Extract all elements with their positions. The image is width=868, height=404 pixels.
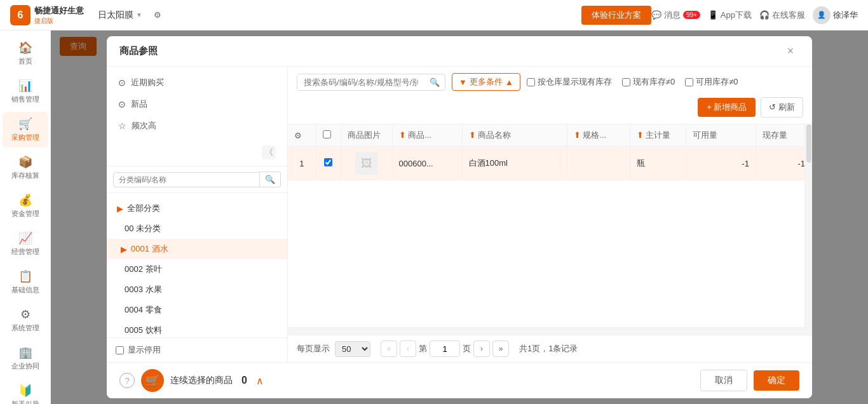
logo: 6 畅捷通好生意 捷启版 bbox=[10, 5, 93, 25]
cancel-button[interactable]: 取消 bbox=[700, 370, 747, 391]
product-image-cell: 🖼 bbox=[341, 147, 392, 180]
avatar: 👤 bbox=[813, 6, 831, 24]
available-nonzero-checkbox[interactable] bbox=[685, 78, 693, 86]
category-item-0005[interactable]: 0005 饮料 bbox=[107, 320, 287, 337]
sidebar-item-purchase[interactable]: 🛒 采购管理 bbox=[3, 112, 48, 147]
col-code-header[interactable]: ⬆ 商品... bbox=[392, 125, 462, 147]
category-item-00[interactable]: 00 未分类 bbox=[107, 219, 287, 239]
sidebar-item-guide[interactable]: 🔰 新手引导 bbox=[3, 379, 48, 404]
modal-title: 商品参照 bbox=[119, 45, 782, 57]
col-name-header[interactable]: ⬆ 商品名称 bbox=[462, 125, 567, 147]
col-img-header: 商品图片 bbox=[341, 125, 392, 147]
quick-link-recent[interactable]: ⊙ 近期购买 bbox=[113, 73, 281, 92]
category-item-0003[interactable]: 0003 水果 bbox=[107, 279, 287, 300]
category-search-input[interactable] bbox=[113, 172, 260, 187]
per-page-label: 每页显示 bbox=[297, 343, 330, 354]
message-icon: 💬 bbox=[651, 10, 661, 20]
collapse-left-panel-button[interactable]: 《 bbox=[262, 145, 276, 159]
sidebar-item-inventory[interactable]: 📦 库存核算 bbox=[3, 150, 48, 185]
star-icon: ☆ bbox=[118, 121, 126, 131]
row-checkbox[interactable] bbox=[324, 158, 332, 166]
pagination-bar: 每页显示 50 10 20 100 « ‹ 第 bbox=[288, 335, 812, 362]
col-check-header bbox=[316, 125, 341, 147]
collapse-cart-button[interactable]: ∧ bbox=[256, 375, 264, 387]
add-product-button[interactable]: + 新增商品 bbox=[698, 98, 756, 117]
purchase-icon: 🛒 bbox=[18, 117, 32, 131]
store-selector[interactable]: 日太阳膜 ▼ bbox=[93, 10, 147, 21]
cart-button[interactable]: 🛒 bbox=[141, 369, 164, 392]
warehouse-filter-checkbox[interactable] bbox=[527, 78, 535, 86]
logo-text: 畅捷通好生意 捷启版 bbox=[34, 5, 84, 25]
new-icon: ⊙ bbox=[118, 99, 126, 109]
category-tree: ▶ 全部分类 00 未分类 ▶ 0001 酒水 0002 茶 bbox=[107, 193, 287, 337]
sidebar-item-home[interactable]: 🏠 首页 bbox=[3, 36, 48, 71]
sidebar-item-finance[interactable]: 💰 资金管理 bbox=[3, 188, 48, 224]
table-row[interactable]: 1 🖼 bbox=[288, 147, 812, 180]
product-stock-cell: -1 bbox=[756, 147, 811, 180]
modal-header: 商品参照 × bbox=[107, 36, 812, 67]
sort-icon: ⬆ bbox=[637, 130, 644, 140]
last-page-button[interactable]: » bbox=[492, 340, 509, 357]
product-search-button[interactable]: 🔍 bbox=[424, 74, 445, 90]
refresh-button[interactable]: ↺ 刷新 bbox=[761, 97, 803, 118]
stock-nonzero-checkbox[interactable] bbox=[622, 78, 630, 86]
per-page-select[interactable]: 50 10 20 100 bbox=[335, 341, 370, 357]
product-search-input[interactable] bbox=[297, 74, 424, 90]
home-icon: 🏠 bbox=[18, 41, 32, 55]
settings-icon: ⚙ bbox=[294, 131, 302, 140]
row-checkbox-cell bbox=[316, 147, 341, 180]
first-page-button[interactable]: « bbox=[381, 340, 397, 357]
more-filter-button[interactable]: ▼ 更多条件 ▲ bbox=[452, 73, 520, 91]
col-stock-header: 现存量 bbox=[756, 125, 811, 147]
finance-icon: 💰 bbox=[18, 193, 32, 207]
business-icon: 📈 bbox=[18, 231, 32, 245]
message-button[interactable]: 💬 消息 99+ bbox=[651, 10, 700, 21]
product-search-bar: 🔍 bbox=[297, 74, 445, 91]
show-disabled-checkbox[interactable] bbox=[116, 346, 124, 354]
active-arrow-icon: ▶ bbox=[121, 245, 127, 254]
chevron-up-icon: ▲ bbox=[505, 77, 513, 87]
category-item-all[interactable]: ▶ 全部分类 bbox=[107, 198, 287, 219]
modal-body: ⊙ 近期购买 ⊙ 新品 ☆ 频次高 bbox=[107, 67, 812, 362]
message-badge: 99+ bbox=[683, 11, 700, 19]
horizontal-scrollbar[interactable] bbox=[288, 327, 812, 335]
scrollbar-thumb[interactable] bbox=[806, 125, 811, 163]
prev-page-button[interactable]: ‹ bbox=[400, 340, 416, 357]
quick-link-frequent[interactable]: ☆ 频次高 bbox=[113, 116, 281, 135]
help-button[interactable]: ? bbox=[119, 373, 135, 388]
category-item-0001[interactable]: ▶ 0001 酒水 bbox=[107, 239, 287, 259]
category-search-button[interactable]: 🔍 bbox=[260, 172, 281, 187]
select-all-checkbox[interactable] bbox=[323, 130, 331, 138]
close-button[interactable]: × bbox=[782, 43, 799, 60]
confirm-button[interactable]: 确定 bbox=[754, 370, 799, 391]
product-available-cell: -1 bbox=[686, 147, 756, 180]
sidebar-item-business[interactable]: 📈 经营管理 bbox=[3, 226, 48, 262]
category-item-0004[interactable]: 0004 零食 bbox=[107, 300, 287, 320]
sidebar-item-sales[interactable]: 📊 销售管理 bbox=[3, 74, 48, 109]
next-page-button[interactable]: › bbox=[473, 340, 490, 357]
sidebar-item-enterprise[interactable]: 🏢 企业协同 bbox=[3, 340, 48, 376]
stock-nonzero-label[interactable]: 现有库存≠0 bbox=[622, 76, 675, 88]
sidebar-item-basics[interactable]: 📋 基础信息 bbox=[3, 264, 48, 300]
trial-button[interactable]: 体验行业方案 bbox=[581, 6, 651, 25]
page-number-input[interactable] bbox=[430, 340, 460, 357]
online-service-button[interactable]: 🎧 在线客服 bbox=[759, 10, 805, 21]
total-info: 共1页，1条记录 bbox=[519, 343, 578, 354]
show-disabled-label[interactable]: 显示停用 bbox=[128, 344, 161, 356]
table-wrapper: ⚙ 商品图片 bbox=[288, 125, 812, 327]
available-nonzero-label[interactable]: 可用库存≠0 bbox=[685, 76, 738, 88]
col-unit-header[interactable]: ⬆ 主计量 bbox=[630, 125, 686, 147]
sidebar-item-system[interactable]: ⚙ 系统管理 bbox=[3, 302, 48, 338]
settings-icon[interactable]: ⚙ bbox=[147, 5, 168, 25]
col-spec-header[interactable]: ⬆ 规格... bbox=[567, 125, 630, 147]
vertical-scrollbar[interactable] bbox=[804, 125, 812, 327]
category-item-0002[interactable]: 0002 茶叶 bbox=[107, 259, 287, 279]
warehouse-filter-label[interactable]: 按仓库显示现有库存 bbox=[527, 76, 612, 88]
product-table: ⚙ 商品图片 bbox=[288, 125, 812, 180]
quick-link-new[interactable]: ⊙ 新品 bbox=[113, 95, 281, 114]
sales-icon: 📊 bbox=[18, 79, 32, 93]
user-menu[interactable]: 👤 徐泽华 bbox=[813, 6, 858, 24]
sort-icon: ⬆ bbox=[399, 130, 406, 140]
left-panel-top: ⊙ 近期购买 ⊙ 新品 ☆ 频次高 bbox=[107, 67, 287, 166]
app-download-button[interactable]: 📱 App下载 bbox=[708, 10, 752, 21]
